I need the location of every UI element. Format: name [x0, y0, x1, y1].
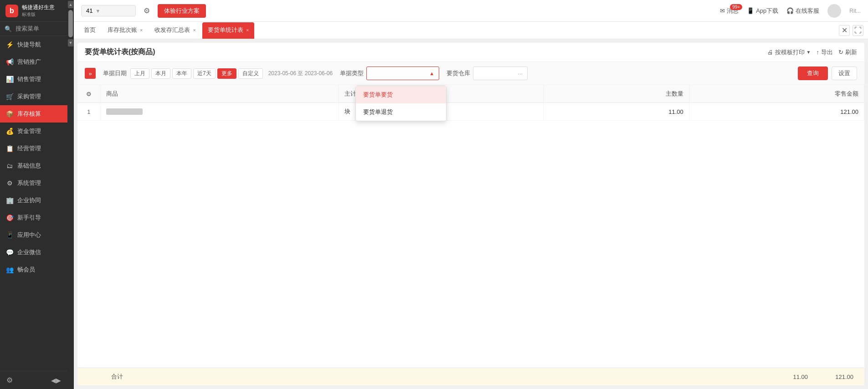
- sidebar-item-label: 销售管理: [17, 75, 41, 83]
- footer-amount: 121.00: [813, 374, 859, 380]
- sidebar-item-operations[interactable]: 📋 经营管理: [0, 140, 67, 157]
- table-body: 1 块 11.00 121.00: [77, 103, 864, 121]
- basic-info-icon: 🗂: [5, 162, 14, 169]
- warehouse-selector[interactable]: ···: [473, 67, 528, 80]
- app-download-button[interactable]: 📱 App下载: [747, 7, 778, 15]
- sidebar-item-app-center[interactable]: 📱 应用中心: [0, 226, 67, 244]
- dropdown-item-order-return[interactable]: 要货单退货: [356, 103, 446, 121]
- message-badge: 99+: [730, 4, 742, 10]
- mobile-icon: 📱: [747, 7, 754, 14]
- sidebar-item-marketing[interactable]: 📢 营销推广: [0, 53, 67, 71]
- search-icon: 🔍: [5, 26, 12, 32]
- sidebar-item-label: 新手引导: [17, 214, 41, 222]
- header-gear-button[interactable]: ⚙: [140, 5, 153, 17]
- tab-inventory-batch[interactable]: 库存批次账 ×: [102, 22, 148, 39]
- table-row: 1 块 11.00 121.00: [77, 103, 864, 121]
- member-icon: 👥: [5, 266, 14, 273]
- table-settings-icon[interactable]: ⚙: [86, 91, 92, 97]
- tabs-bar: 首页 库存批次账 × 收发存汇总表 × 要货单统计表 × ✕ ⛶: [74, 22, 868, 39]
- user-name: Rit...: [849, 8, 861, 14]
- type-selector[interactable]: ▲: [366, 67, 439, 80]
- print-icon: 🖨: [767, 49, 773, 56]
- sidebar-item-purchase[interactable]: 🛒 采购管理: [0, 88, 67, 105]
- sidebar-item-system[interactable]: ⚙ 系统管理: [0, 174, 67, 192]
- print-button[interactable]: 🖨 按模板打印 ▼: [767, 48, 811, 56]
- user-avatar[interactable]: [827, 4, 841, 18]
- chevron-up-icon: ▲: [429, 71, 434, 76]
- sidebar-item-label: 营销推广: [17, 58, 41, 66]
- logo-icon: b: [5, 5, 18, 17]
- table-header-row: ⚙ 商品 主计量单位 主数量 零售金额: [77, 85, 864, 103]
- goods-name-blurred: [106, 108, 143, 115]
- dropdown-item-label: 要货单退货: [363, 108, 393, 115]
- store-name: 41: [86, 7, 92, 14]
- system-icon: ⚙: [5, 179, 14, 187]
- sidebar-bottom: ⚙ ◀▶: [0, 371, 67, 389]
- expand-tabs-button[interactable]: ⛶: [853, 25, 863, 36]
- sidebar-item-label: 采购管理: [17, 92, 41, 101]
- row-num: 1: [77, 103, 100, 121]
- quick-nav-icon: ⚡: [5, 41, 14, 48]
- col-quantity: 主数量: [544, 85, 689, 103]
- type-dropdown: 要货单要货 要货单退货: [355, 86, 447, 121]
- this-month-btn[interactable]: 本月: [151, 68, 170, 79]
- row-goods: [100, 103, 339, 121]
- sidebar-item-sales[interactable]: 📊 销售管理: [0, 71, 67, 88]
- store-selector[interactable]: 41 ▼: [81, 5, 136, 16]
- refresh-button[interactable]: ↻ 刷新: [838, 48, 857, 56]
- type-filter-group: 单据类型 ▲: [340, 67, 439, 80]
- type-filter-label: 单据类型: [340, 69, 364, 77]
- this-year-btn[interactable]: 本年: [172, 68, 191, 79]
- messages-button[interactable]: ✉ 消息 99+: [720, 7, 739, 15]
- close-all-tabs-button[interactable]: ✕: [839, 25, 850, 36]
- sidebar-item-wechat[interactable]: 💬 企业微信: [0, 244, 67, 261]
- service-icon: 🎧: [786, 7, 794, 14]
- filter-bar: » 单据日期 上月 本月 本年 近7天 更多 自定义 2023-05-06 至 …: [77, 62, 864, 85]
- tab-close-icon[interactable]: ×: [193, 27, 195, 33]
- last-month-btn[interactable]: 上月: [130, 68, 149, 79]
- chevron-down-icon: ▼: [95, 8, 100, 14]
- export-button[interactable]: ↑ 导出: [817, 48, 833, 56]
- sidebar-scroll-up[interactable]: ▲: [68, 1, 73, 8]
- tab-close-icon[interactable]: ×: [140, 27, 143, 33]
- settings-icon[interactable]: ⚙: [6, 376, 13, 384]
- search-menu[interactable]: 🔍 搜索菜单: [0, 22, 67, 36]
- filter-expand-button[interactable]: »: [85, 68, 96, 79]
- tab-home-label: 首页: [84, 26, 96, 34]
- col-settings[interactable]: ⚙: [77, 85, 100, 103]
- sidebar-item-quick-nav[interactable]: ⚡ 快捷导航: [0, 36, 67, 53]
- page-actions: 🖨 按模板打印 ▼ ↑ 导出 ↻ 刷新: [767, 48, 857, 56]
- trial-button[interactable]: 体验行业方案: [158, 4, 206, 18]
- page-title: 要货单统计表(按商品): [85, 47, 155, 57]
- tab-close-icon[interactable]: ×: [246, 27, 249, 33]
- expand-icon: »: [88, 70, 92, 77]
- sidebar-item-member[interactable]: 👥 畅会员: [0, 261, 67, 278]
- tab-home[interactable]: 首页: [78, 22, 101, 39]
- online-service-button[interactable]: 🎧 在线客服: [786, 7, 819, 15]
- sidebar-item-basic-info[interactable]: 🗂 基础信息: [0, 157, 67, 174]
- dropdown-item-order-goods[interactable]: 要货单要货: [356, 86, 446, 103]
- warehouse-filter-group: 要货仓库 ···: [447, 67, 528, 80]
- sidebar-item-inventory[interactable]: 📦 库存核算: [0, 105, 67, 123]
- sidebar-item-label: 畅会员: [17, 266, 35, 274]
- tab-order-stats[interactable]: 要货单统计表 ×: [202, 22, 254, 39]
- custom-date-btn[interactable]: 自定义: [238, 68, 263, 79]
- top-header: 41 ▼ ⚙ 体验行业方案 ✉ 消息 99+ 📱 App下载 🎧 在线客服 Ri…: [74, 0, 868, 22]
- guide-icon: 🎯: [5, 214, 14, 221]
- sidebar-item-guide[interactable]: 🎯 新手引导: [0, 209, 67, 226]
- query-button[interactable]: 查询: [798, 67, 828, 80]
- sidebar-scroll-down[interactable]: ▼: [68, 39, 73, 46]
- purchase-icon: 🛒: [5, 93, 14, 100]
- last-7-days-btn[interactable]: 近7天: [193, 68, 216, 79]
- footer-total-label: 合计: [106, 373, 197, 381]
- sidebar-item-label: 应用中心: [17, 231, 41, 239]
- sidebar-item-finance[interactable]: 💰 资金管理: [0, 123, 67, 140]
- tab-receive-summary[interactable]: 收发存汇总表 ×: [149, 22, 201, 39]
- table-settings-button[interactable]: 设置: [832, 67, 857, 80]
- more-dates-btn[interactable]: 更多: [217, 68, 236, 79]
- header-right: ✉ 消息 99+ 📱 App下载 🎧 在线客服 Rit...: [720, 4, 861, 18]
- brand-version: 标准版: [22, 11, 55, 17]
- collapse-icon[interactable]: ◀▶: [51, 377, 61, 384]
- wechat-icon: 💬: [5, 249, 14, 256]
- sidebar-item-enterprise[interactable]: 🏢 企业协同: [0, 192, 67, 209]
